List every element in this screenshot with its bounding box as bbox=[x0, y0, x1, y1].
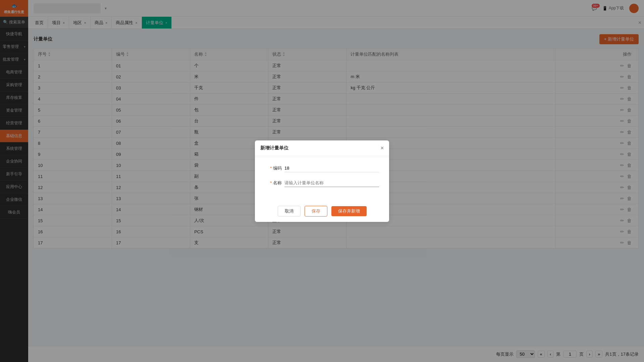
name-input[interactable] bbox=[284, 179, 379, 187]
form-row-code: * 编码 bbox=[265, 164, 379, 172]
modal-header: 新增计量单位 × bbox=[255, 140, 389, 156]
name-field-label: * 名称 bbox=[265, 180, 282, 186]
add-unit-modal: 新增计量单位 × * 编码 * 名称 取消 保存 保存并新增 bbox=[255, 140, 389, 222]
cancel-button[interactable]: 取消 bbox=[278, 206, 301, 217]
modal-body: * 编码 * 名称 bbox=[255, 156, 389, 202]
code-required-mark: * bbox=[270, 166, 272, 171]
code-field-label: * 编码 bbox=[265, 165, 282, 171]
code-input[interactable] bbox=[284, 164, 379, 172]
name-required-mark: * bbox=[270, 180, 272, 185]
save-button[interactable]: 保存 bbox=[305, 206, 327, 217]
save-continue-button[interactable]: 保存并新增 bbox=[331, 206, 367, 216]
modal-overlay[interactable]: 新增计量单位 × * 编码 * 名称 取消 保存 保存并新增 bbox=[0, 0, 644, 362]
modal-title: 新增计量单位 bbox=[260, 145, 288, 151]
modal-footer: 取消 保存 保存并新增 bbox=[255, 202, 389, 222]
form-row-name: * 名称 bbox=[265, 179, 379, 187]
modal-close-btn[interactable]: × bbox=[381, 145, 384, 151]
